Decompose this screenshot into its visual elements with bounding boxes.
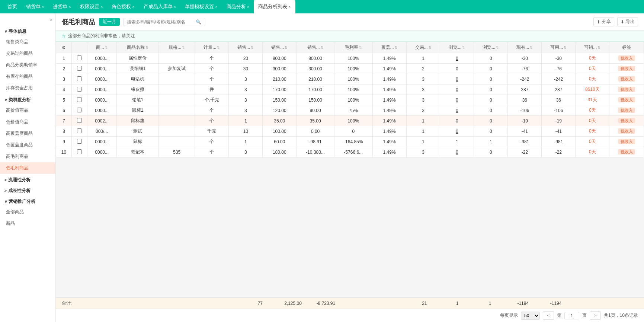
col-header-available[interactable]: 可用...⇅ <box>542 42 576 53</box>
sidebar-item-新品[interactable]: 新品 <box>0 218 55 229</box>
export-button[interactable]: ⬇ 导出 <box>617 17 638 26</box>
row-checkbox[interactable] <box>77 149 82 154</box>
col-header-sellable[interactable]: 可销...⇅ <box>576 42 609 53</box>
row-checkbox[interactable] <box>77 76 82 81</box>
nav-item-首页[interactable]: 首页 <box>3 0 22 13</box>
row-current-stock: -981 <box>508 137 542 147</box>
nav-item-角色授权[interactable]: 角色授权 × <box>107 0 139 13</box>
row-current-stock: 36 <box>508 95 542 105</box>
row-sales-amount: 100.00 <box>263 126 297 137</box>
share-button[interactable]: ⬆ 分享 <box>593 17 614 26</box>
row-transaction: 1 <box>406 137 440 147</box>
nav-item-单据模板设置[interactable]: 单据模板设置 × <box>180 0 222 13</box>
sidebar-item-有库存的商品[interactable]: 有库存的商品 <box>0 71 55 82</box>
sort-icon-available: ⇅ <box>564 46 567 50</box>
row-checkbox[interactable] <box>77 139 82 144</box>
expand-icon: > <box>4 189 7 193</box>
row-view1[interactable]: 0 <box>440 85 474 95</box>
row-name: 测试 <box>116 126 158 137</box>
nav-close-icon[interactable]: × <box>247 4 249 9</box>
sidebar-group-title[interactable]: ∨ 类群度分析 <box>0 94 55 105</box>
sidebar-group-title[interactable]: > 成长性分析 <box>0 185 55 195</box>
col-header-current_stock[interactable]: 现有...⇅ <box>508 42 542 53</box>
nav-close-icon[interactable]: × <box>288 4 291 9</box>
sidebar-item-交易过的商品[interactable]: 交易过的商品 <box>0 48 55 59</box>
row-spec <box>159 74 195 85</box>
col-header-view2[interactable]: 浏览...⇅ <box>474 42 508 53</box>
nav-item-商品分析[interactable]: 商品分析 × <box>222 0 254 13</box>
nav-close-icon[interactable]: × <box>68 4 71 9</box>
row-view1[interactable]: 0 <box>440 116 474 126</box>
date-filter-btn[interactable]: 近一月 <box>99 18 120 26</box>
col-header-margin_rate[interactable]: 毛利率⇅ <box>334 42 372 53</box>
row-view1[interactable]: 0 <box>440 95 474 105</box>
page-number-input[interactable] <box>564 312 579 319</box>
sidebar-item-低覆盖度商品[interactable]: 低覆盖度商品 <box>0 139 55 151</box>
row-view1[interactable]: 1 <box>440 137 474 147</box>
col-header-coverage[interactable]: 覆盖...⇅ <box>372 42 406 53</box>
row-view2: 0 <box>474 53 508 64</box>
notice-text: 这部分商品的利润非常低，请关注 <box>68 33 135 39</box>
row-view1[interactable]: 0 <box>440 53 474 64</box>
sidebar-item-库存资金占用[interactable]: 库存资金占用 <box>0 82 55 94</box>
search-icon[interactable]: 🔍 <box>196 19 201 25</box>
row-margin-rate: -5766.6... <box>334 147 372 157</box>
col-header-view1[interactable]: 浏览...⇅ <box>440 42 474 53</box>
sidebar-group-title[interactable]: ∨ 整体信息 <box>0 25 55 36</box>
row-view1[interactable]: 0 <box>440 74 474 85</box>
footer-tag <box>605 301 638 306</box>
search-input[interactable] <box>127 19 194 25</box>
next-page-btn[interactable]: ＞ <box>590 311 601 320</box>
nav-close-icon[interactable]: × <box>174 4 176 9</box>
nav-item-销货单[interactable]: 销货单 × <box>22 0 48 13</box>
sidebar-item-高覆盖度商品[interactable]: 高覆盖度商品 <box>0 128 55 139</box>
row-checkbox[interactable] <box>77 108 82 112</box>
row-view1[interactable]: 0 <box>440 105 474 116</box>
row-sales-profit: -98.91 <box>297 137 334 147</box>
row-view1[interactable]: 0 <box>440 64 474 74</box>
nav-close-icon[interactable]: × <box>100 4 103 9</box>
col-header-transaction[interactable]: 交易...⇅ <box>406 42 440 53</box>
row-number: 8 <box>56 126 72 137</box>
row-checkbox[interactable] <box>77 118 82 123</box>
prev-page-btn[interactable]: ＜ <box>543 311 554 320</box>
page-size-select[interactable]: 50 20 100 <box>521 312 540 320</box>
nav-close-icon[interactable]: × <box>132 4 134 9</box>
search-container: 🔍 <box>124 18 205 26</box>
row-view1[interactable]: 0 <box>440 147 474 157</box>
sidebar-item-高价值商品[interactable]: 高价值商品 <box>0 105 55 116</box>
nav-close-icon[interactable]: × <box>215 4 217 9</box>
col-header-sales_amount[interactable]: 销售...⇅ <box>263 42 297 53</box>
sidebar-collapse-btn[interactable]: « <box>0 13 55 25</box>
row-tag: 低收入 <box>609 64 644 74</box>
sidebar-item-低毛利商品[interactable]: 低毛利商品 <box>0 162 55 174</box>
col-header-unit[interactable]: 计量...⇅ <box>195 42 229 53</box>
pagination-bar: 每页显示 50 20 100 ＜ 第 页 ＞ 共1页，10条记录 <box>56 309 644 322</box>
sidebar-group-title[interactable]: ∨ 营销推广分析 <box>0 195 55 206</box>
row-checkbox[interactable] <box>77 87 82 92</box>
row-view1[interactable]: 0 <box>440 126 474 137</box>
row-coverage: 1.49% <box>372 74 406 85</box>
nav-item-权限设置[interactable]: 权限设置 × <box>76 0 107 13</box>
col-header-sales_profit[interactable]: 销售...⇅ <box>297 42 334 53</box>
row-transaction: 3 <box>406 74 440 85</box>
nav-item-商品分析列表[interactable]: 商品分析列表 × <box>254 0 295 13</box>
col-header-sales_qty[interactable]: 销售...⇅ <box>229 42 263 53</box>
row-checkbox[interactable] <box>77 128 82 133</box>
sidebar-item-全部商品[interactable]: 全部商品 <box>0 206 55 218</box>
row-checkbox[interactable] <box>77 55 82 60</box>
sidebar-item-销售类商品[interactable]: 销售类商品 <box>0 36 55 48</box>
row-number: 2 <box>56 64 72 74</box>
nav-close-icon[interactable]: × <box>42 4 44 9</box>
col-header-name[interactable]: 商品名称⇅ <box>116 42 158 53</box>
col-header-spec[interactable]: 规格...⇅ <box>159 42 195 53</box>
nav-item-进货单[interactable]: 进货单 × <box>48 0 75 13</box>
nav-item-产成品入库单[interactable]: 产成品入库单 × <box>139 0 180 13</box>
sidebar-item-商品分类助销率[interactable]: 商品分类助销率 <box>0 59 55 71</box>
col-header-code[interactable]: 商...⇅ <box>87 42 116 53</box>
sidebar-item-低价值商品[interactable]: 低价值商品 <box>0 116 55 128</box>
sidebar-group-title[interactable]: > 流通性分析 <box>0 174 55 185</box>
row-checkbox[interactable] <box>77 66 82 71</box>
sidebar-item-高毛利商品[interactable]: 高毛利商品 <box>0 151 55 162</box>
row-checkbox[interactable] <box>77 97 82 102</box>
